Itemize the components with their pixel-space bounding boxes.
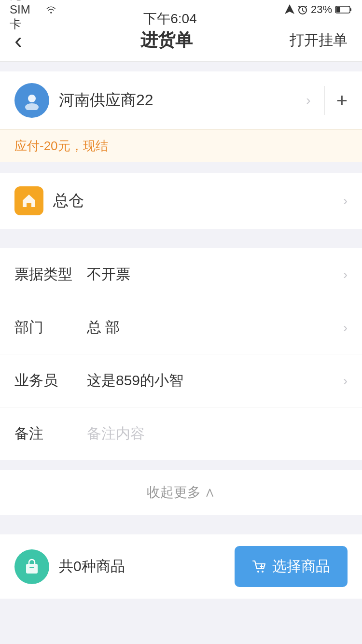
gap-3 — [0, 229, 362, 238]
cart-icon — [252, 560, 267, 574]
status-right: 23% — [285, 3, 352, 16]
select-product-button[interactable]: 选择商品 — [235, 546, 348, 587]
location-icon — [285, 4, 294, 15]
svg-rect-6 — [27, 203, 31, 207]
warehouse-chevron-icon: › — [343, 193, 348, 209]
supplier-notice: 应付-20元，现结 — [0, 129, 362, 162]
svg-rect-3 — [336, 7, 340, 13]
svg-point-8 — [257, 571, 259, 573]
wifi-icon — [46, 4, 56, 15]
remark-input[interactable]: 备注内容 — [82, 424, 348, 444]
invoice-type-chevron-icon: › — [343, 267, 348, 282]
salesperson-label: 业务员 — [14, 371, 82, 391]
svg-rect-7 — [26, 564, 38, 574]
invoice-type-row[interactable]: 票据类型 不开票 › — [0, 248, 362, 301]
supplier-chevron-icon: › — [306, 93, 310, 108]
divider — [324, 86, 325, 115]
svg-point-5 — [25, 103, 39, 110]
svg-point-4 — [28, 95, 36, 102]
collapse-label: 收起更多 ∧ — [147, 483, 216, 502]
warehouse-icon-bg — [14, 186, 43, 215]
status-bar: 无 SIM 卡 下午6:04 23% — [0, 0, 362, 19]
add-supplier-button[interactable]: + — [336, 90, 348, 112]
collapse-button[interactable]: 收起更多 ∧ — [0, 470, 362, 515]
open-pending-button[interactable]: 打开挂单 — [290, 30, 348, 50]
house-icon — [21, 193, 37, 209]
warehouse-row[interactable]: 总仓 › — [0, 173, 362, 229]
department-chevron-icon: › — [343, 320, 348, 336]
gap-1 — [0, 62, 362, 71]
supplier-card: 河南供应商22 › + 应付-20元，现结 — [0, 71, 362, 162]
back-button[interactable]: ‹ — [14, 27, 43, 54]
select-product-label: 选择商品 — [272, 557, 330, 576]
gap-2 — [0, 162, 362, 172]
bottom-product-bar: 共0种商品 选择商品 — [0, 534, 362, 599]
page-title: 进货单 — [140, 28, 193, 52]
shopping-bag-icon — [22, 557, 42, 576]
supplier-avatar — [14, 83, 49, 118]
salesperson-value: 这是859的小智 — [82, 371, 343, 391]
product-icon-bg — [14, 549, 49, 584]
invoice-type-value: 不开票 — [82, 265, 343, 284]
supplier-name: 河南供应商22 — [59, 90, 306, 111]
alarm-icon — [297, 4, 308, 15]
product-count-text: 共0种商品 — [59, 557, 235, 576]
gap-4 — [0, 515, 362, 525]
warehouse-name: 总仓 — [53, 190, 343, 211]
battery-text: 23% — [311, 3, 332, 16]
user-avatar-icon — [22, 91, 42, 110]
department-row[interactable]: 部门 总 部 › — [0, 301, 362, 354]
form-section: 票据类型 不开票 › 部门 总 部 › 业务员 这是859的小智 › 备注 备注… — [0, 248, 362, 460]
remark-row[interactable]: 备注 备注内容 — [0, 407, 362, 460]
department-label: 部门 — [14, 318, 82, 337]
svg-point-9 — [262, 571, 264, 573]
department-value: 总 部 — [82, 318, 343, 337]
status-time: 下午6:04 — [143, 10, 197, 28]
supplier-row[interactable]: 河南供应商22 › + — [0, 71, 362, 129]
background-fill — [0, 599, 362, 644]
battery-icon — [335, 5, 352, 14]
remark-label: 备注 — [14, 424, 82, 444]
svg-rect-2 — [350, 8, 351, 11]
salesperson-chevron-icon: › — [343, 373, 348, 389]
invoice-type-label: 票据类型 — [14, 265, 82, 284]
salesperson-row[interactable]: 业务员 这是859的小智 › — [0, 354, 362, 407]
